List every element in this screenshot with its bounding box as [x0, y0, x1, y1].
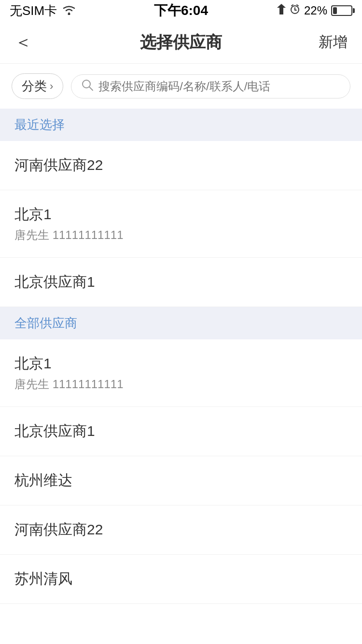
- section-header-recent: 最近选择: [0, 109, 362, 141]
- list-item[interactable]: 北京供应商1: [0, 258, 362, 307]
- list-item[interactable]: 河南供应商22: [0, 505, 362, 555]
- item-name: 北京1: [14, 205, 348, 224]
- status-left: 无SIM卡: [10, 2, 76, 19]
- svg-line-5: [297, 5, 298, 6]
- section-header-all: 全部供应商: [0, 307, 362, 339]
- add-button[interactable]: 新增: [319, 32, 348, 52]
- search-input[interactable]: [98, 80, 340, 93]
- item-name: 河南供应商22: [14, 155, 348, 175]
- list-item[interactable]: 苏州清风: [0, 555, 362, 604]
- category-filter[interactable]: 分类 ›: [12, 73, 63, 99]
- battery-icon: [331, 5, 352, 16]
- alarm-icon: [290, 4, 300, 17]
- back-button[interactable]: ＜: [14, 30, 43, 54]
- filter-bar: 分类 ›: [0, 64, 362, 109]
- svg-line-7: [89, 87, 93, 90]
- svg-line-4: [292, 5, 293, 6]
- item-name: 北京供应商1: [14, 272, 348, 292]
- carrier-label: 无SIM卡: [10, 2, 57, 19]
- svg-point-0: [68, 13, 70, 15]
- list-item[interactable]: 北京1唐先生 11111111111: [0, 190, 362, 258]
- item-name: 苏州清风: [14, 569, 348, 589]
- wifi-icon: [62, 3, 76, 18]
- item-name: 北京供应商1: [14, 421, 348, 441]
- item-name: 北京1: [14, 354, 348, 374]
- battery-percent: 22%: [304, 4, 327, 17]
- item-name: 河南供应商22: [14, 520, 348, 540]
- list-item[interactable]: 杭州维达: [0, 456, 362, 505]
- list-item[interactable]: 北京供应商1: [0, 407, 362, 456]
- list-item[interactable]: 北京1唐先生 11111111111: [0, 339, 362, 407]
- category-label: 分类: [22, 78, 47, 95]
- status-right: 22%: [277, 4, 352, 17]
- nav-bar: ＜ 选择供应商 新增: [0, 21, 362, 64]
- item-contact: 唐先生 11111111111: [14, 227, 348, 243]
- item-name: 杭州维达: [14, 471, 348, 490]
- page-title: 选择供应商: [140, 31, 222, 54]
- list-item[interactable]: 河南供应商22: [0, 141, 362, 190]
- chevron-right-icon: ›: [50, 80, 53, 93]
- status-bar: 无SIM卡 下午6:04 22%: [0, 0, 362, 21]
- status-time: 下午6:04: [154, 1, 208, 20]
- location-icon: [277, 4, 286, 17]
- search-box[interactable]: [71, 74, 350, 98]
- search-icon: [81, 79, 94, 94]
- content-list: 最近选择河南供应商22北京1唐先生 11111111111北京供应商1全部供应商…: [0, 109, 362, 604]
- item-contact: 唐先生 11111111111: [14, 377, 348, 392]
